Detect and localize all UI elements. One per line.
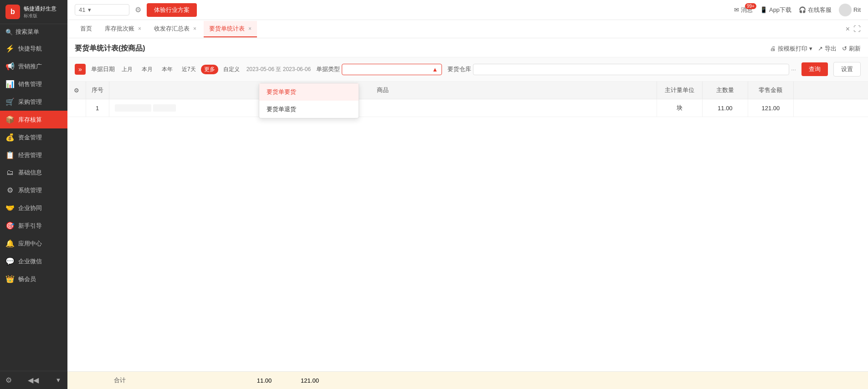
messages-badge[interactable]: ✉ 消息 99+: [734, 6, 753, 14]
tab-close-icon[interactable]: ×: [138, 26, 141, 32]
topbar-right: ✉ 消息 99+ 📱 App下载 🎧 在线客服 Rit: [734, 4, 861, 16]
finance-icon: 💰: [5, 133, 15, 142]
close-all-tabs-button[interactable]: ×: [846, 25, 850, 33]
refresh-button[interactable]: ↺ 刷新: [842, 45, 861, 53]
scroll-down-arrow[interactable]: ▼: [55, 377, 62, 384]
org-selector[interactable]: 41 ▾: [75, 4, 129, 15]
cell-unit: 块: [657, 99, 702, 117]
tab-label: 要货单统计表: [209, 25, 245, 33]
col-amount-header: 零售金额: [748, 82, 793, 99]
tab-receive-summary[interactable]: 收发存汇总表 ×: [149, 21, 202, 37]
cell-extra: [793, 99, 868, 117]
operations-icon: 📋: [5, 151, 15, 159]
sidebar-item-guide[interactable]: 🎯 新手引导: [0, 217, 67, 235]
marketing-icon: 📢: [5, 62, 15, 71]
warehouse-input[interactable]: [473, 64, 789, 75]
warehouse-filter-label: 要货仓库: [447, 65, 471, 73]
sidebar-item-inventory[interactable]: 📦 库存核算: [0, 111, 67, 128]
tab-label: 库存批次账: [105, 25, 134, 33]
sidebar-item-finance[interactable]: 💰 资金管理: [0, 128, 67, 146]
sidebar-item-basics[interactable]: 🗂 基础信息: [0, 164, 67, 181]
dropdown-item-order-goods[interactable]: 要货单要货: [259, 83, 359, 101]
tab-close-icon[interactable]: ×: [193, 26, 196, 32]
col-qty-header: 主数量: [702, 82, 748, 99]
tab-close-icon[interactable]: ×: [248, 26, 252, 32]
sidebar-item-label: 系统管理: [18, 186, 42, 194]
date-range-display: 2023-05-06 至 2023-06-06: [247, 66, 311, 73]
sidebar-item-label: 快捷导航: [18, 45, 42, 53]
footer-total-label: 合计: [114, 377, 126, 384]
date-tabs: 上月 本月 本年 近7天 更多 自定义: [118, 64, 244, 75]
sidebar-item-app-center[interactable]: 🔔 应用中心: [0, 235, 67, 252]
date-tab-7days[interactable]: 近7天: [178, 64, 200, 75]
online-service-link[interactable]: 🎧 在线客服: [799, 6, 832, 14]
sidebar-item-label: 畅会员: [18, 275, 36, 283]
sidebar-item-system[interactable]: ⚙ 系统管理: [0, 181, 67, 199]
sidebar-item-member[interactable]: 👑 畅会员: [0, 270, 67, 288]
date-tab-this-month[interactable]: 本月: [138, 64, 157, 75]
sidebar-item-label: 应用中心: [18, 240, 42, 248]
user-name: Rit: [853, 6, 861, 13]
sidebar-item-label: 经营管理: [18, 151, 42, 159]
warehouse-more-button[interactable]: ···: [791, 66, 796, 73]
sidebar-item-sales[interactable]: 📊 销售管理: [0, 75, 67, 93]
trial-button[interactable]: 体验行业方案: [147, 3, 197, 17]
type-select[interactable]: ▲: [342, 64, 442, 75]
collapse-icon[interactable]: ◀◀: [28, 376, 39, 384]
tab-order-summary[interactable]: 要货单统计表 ×: [204, 21, 257, 37]
type-select-value: [346, 66, 348, 73]
logo-name: 畅捷通好生意: [24, 5, 56, 13]
settings-icon[interactable]: ⚙: [5, 376, 12, 384]
sidebar-item-purchase[interactable]: 🛒 采购管理: [0, 93, 67, 111]
tab-inventory-batch[interactable]: 库存批次账 ×: [99, 21, 147, 37]
type-filter-group: 单据类型 ▲: [316, 64, 442, 75]
export-icon: ↗: [818, 45, 823, 52]
sidebar: b 畅捷通好生意 标准版 🔍 搜索菜单 ⚡ 快捷导航 📢 营销推广 📊 销售管理…: [0, 0, 67, 389]
date-tab-custom[interactable]: 自定义: [219, 64, 244, 75]
sidebar-item-quick-nav[interactable]: ⚡ 快捷导航: [0, 40, 67, 57]
maximize-button[interactable]: ⛶: [853, 25, 861, 33]
query-button[interactable]: 查询: [801, 62, 828, 76]
sidebar-item-label: 库存核算: [18, 116, 42, 124]
page-area: 要货单统计表(按商品) 🖨 按模板打印 ▾ ↗ 导出 ↺ 刷新 »: [67, 38, 868, 389]
export-label: 导出: [825, 45, 837, 53]
table-row: 1 块 11.00 121.00: [67, 99, 868, 117]
date-tab-last-month[interactable]: 上月: [118, 64, 137, 75]
data-table: ⚙ 序号 商品 主计量单位 主数量 零售金额 1: [67, 82, 868, 117]
expand-filter-button[interactable]: »: [75, 64, 86, 75]
sidebar-item-operations[interactable]: 📋 经营管理: [0, 146, 67, 164]
sidebar-item-enterprise[interactable]: 🤝 企业协同: [0, 199, 67, 217]
sidebar-item-label: 企业协同: [18, 204, 42, 212]
purchase-icon: 🛒: [5, 97, 15, 106]
cell-qty: 11.00: [702, 99, 748, 117]
tab-label: 收发存汇总表: [154, 25, 190, 33]
date-tab-this-year[interactable]: 本年: [158, 64, 177, 75]
system-icon: ⚙: [5, 186, 15, 194]
refresh-icon: ↺: [842, 45, 847, 52]
chevron-down-icon: ▾: [809, 45, 812, 52]
messages-count: 99+: [745, 3, 756, 9]
sidebar-item-marketing[interactable]: 📢 营销推广: [0, 57, 67, 75]
gear-icon[interactable]: ⚙: [135, 5, 141, 14]
col-no-header: 序号: [86, 82, 109, 99]
print-button[interactable]: 🖨 按模板打印 ▾: [770, 45, 812, 53]
tab-home[interactable]: 首页: [75, 21, 98, 37]
basics-icon: 🗂: [5, 169, 15, 177]
service-icon: 🎧: [799, 6, 806, 13]
dropdown-item-order-return[interactable]: 要货单退货: [259, 101, 359, 118]
settings-button[interactable]: 设置: [833, 62, 861, 77]
col-settings-header[interactable]: ⚙: [67, 82, 86, 99]
search-icon: 🔍: [5, 29, 13, 36]
app-download-link[interactable]: 📱 App下载: [760, 6, 791, 14]
app-center-icon: 🔔: [5, 239, 15, 248]
date-tab-more[interactable]: 更多: [201, 65, 218, 74]
sidebar-item-wechat[interactable]: 💬 企业微信: [0, 252, 67, 270]
user-menu[interactable]: Rit: [839, 4, 861, 16]
tabs-actions: × ⛶: [846, 25, 861, 33]
sidebar-item-label: 资金管理: [18, 133, 42, 142]
search-menu[interactable]: 🔍 搜索菜单: [0, 24, 67, 40]
inventory-icon: 📦: [5, 115, 15, 124]
export-button[interactable]: ↗ 导出: [818, 45, 837, 53]
chevron-up-icon: ▲: [432, 66, 438, 73]
logo-icon: b: [5, 5, 20, 19]
